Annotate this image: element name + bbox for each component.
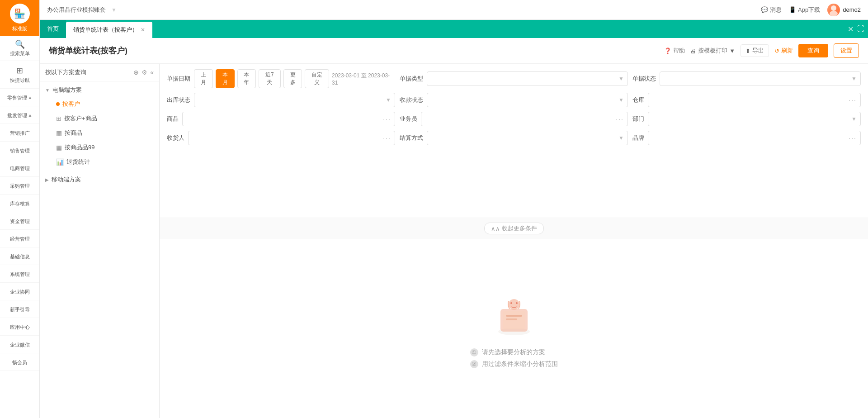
out-status-input[interactable]: ▼ — [194, 93, 395, 107]
scheme-table2-icon: ▦ — [56, 144, 62, 151]
scheme-table-icon: ▦ — [56, 129, 62, 137]
scheme-item-by-customer-label: 按客户 — [62, 100, 80, 108]
help-label: 帮助 — [673, 47, 685, 55]
date-btn-this-year[interactable]: 本年 — [237, 69, 256, 88]
dept-label: 部门 — [632, 115, 644, 123]
filter-field-product: 商品 ··· — [167, 112, 395, 126]
scheme-item-by-customer[interactable]: 按客户 — [40, 97, 159, 111]
svg-point-0 — [831, 5, 836, 11]
tabbar: 首页 销货单统计表（按客户） ✕ ✕ ⛶ — [40, 20, 868, 38]
refresh-button[interactable]: ↺ 刷新 — [774, 47, 793, 55]
quick-nav-label: 快捷导航 — [10, 77, 30, 84]
user-menu[interactable]: demo2 — [827, 4, 861, 16]
scheme-item-return-stat[interactable]: 📊 退货统计 — [40, 155, 159, 169]
wechat-label: 企业微信 — [10, 342, 30, 348]
filter-row-2: 出库状态 ▼ 收款状态 ▼ — [167, 93, 861, 107]
tip-num-2: ② — [470, 360, 478, 368]
date-btn-custom[interactable]: 自定义 — [305, 69, 329, 88]
sidebar-item-quick-nav[interactable]: ⊞ 快捷导航 — [0, 61, 39, 89]
sidebar-item-marketing[interactable]: 营销推广 — [0, 124, 39, 142]
recipient-input[interactable]: ··· — [188, 131, 395, 145]
empty-icon — [487, 289, 541, 343]
tip-num-1: ① — [470, 348, 478, 356]
message-button[interactable]: 💬 消息 — [761, 6, 782, 14]
sidebar-logo[interactable]: 🏪 标准版 — [0, 0, 39, 36]
scheme-item-by-product[interactable]: ▦ 按商品 — [40, 126, 159, 140]
avatar — [827, 4, 840, 16]
settings-button-top[interactable]: 设置 — [834, 43, 859, 58]
template-print-label: 按模板打印 — [698, 47, 727, 55]
collapse-panel-button[interactable]: « — [150, 69, 154, 76]
query-button-top[interactable]: 查询 — [798, 44, 828, 57]
desktop-group-arrow-icon: ▼ — [45, 88, 50, 93]
warehouse-input[interactable]: ··· — [648, 93, 861, 107]
tab-home[interactable]: 首页 — [40, 20, 66, 38]
sidebar-item-member[interactable]: 畅会员 — [0, 353, 39, 371]
appcenter-label: 应用中心 — [10, 324, 30, 331]
out-status-chevron-icon: ▼ — [386, 97, 391, 103]
salesman-input[interactable]: ··· — [421, 112, 628, 126]
sidebar-item-operations[interactable]: 经营管理 — [0, 230, 39, 247]
operations-label: 经营管理 — [10, 236, 30, 242]
help-button[interactable]: ❓ 帮助 — [664, 47, 685, 55]
date-btn-7days[interactable]: 近7天 — [259, 69, 280, 88]
tab-sales-stat[interactable]: 销货单统计表（按客户） ✕ — [66, 22, 152, 38]
tab-close-icon[interactable]: ✕ — [141, 27, 145, 33]
sidebar-item-inventory[interactable]: 库存核算 — [0, 195, 39, 212]
sidebar-item-sales[interactable]: 销售管理 — [0, 142, 39, 159]
filter-row-4: 收货人 ··· 结算方式 ▼ — [167, 131, 861, 145]
scheme-item-by-product-99-label: 按商品品99 — [65, 143, 94, 152]
app-download-button[interactable]: 📱 App下载 — [789, 6, 820, 14]
desktop-scheme-group-header[interactable]: ▼ 电脑端方案 — [40, 83, 159, 97]
dept-input[interactable]: ▼ — [648, 112, 861, 126]
topbar-dropdown-icon[interactable]: ▼ — [111, 7, 117, 13]
sidebar-item-system[interactable]: 系统管理 — [0, 265, 39, 283]
product-dots: ··· — [383, 115, 391, 123]
ecom-label: 电商管理 — [10, 165, 30, 172]
sidebar-item-ecom[interactable]: 电商管理 — [0, 159, 39, 177]
sidebar-item-finance[interactable]: 资金管理 — [0, 212, 39, 230]
date-btn-last-month[interactable]: 上月 — [194, 69, 213, 88]
warehouse-dots: ··· — [849, 96, 857, 104]
sidebar-item-appcenter[interactable]: 应用中心 — [0, 318, 39, 336]
scheme-item-by-customer-product[interactable]: ⊞ 按客户+商品 — [40, 111, 159, 126]
date-btn-more[interactable]: 更多 — [283, 69, 302, 88]
sidebar-item-basic[interactable]: 基础信息 — [0, 247, 39, 265]
sidebar-item-newuser[interactable]: 新手引导 — [0, 300, 39, 318]
add-scheme-button[interactable]: ⊕ — [133, 69, 139, 76]
collect-status-input[interactable]: ▼ — [427, 93, 628, 107]
export-button[interactable]: ⬆ 导出 — [741, 44, 769, 57]
system-label: 系统管理 — [10, 271, 30, 278]
sidebar-item-enterprise[interactable]: 企业协同 — [0, 283, 39, 300]
collapse-up-icon: ∧∧ — [491, 225, 500, 232]
template-print-arrow-icon: ▼ — [729, 48, 735, 54]
product-input[interactable]: ··· — [182, 112, 395, 126]
collapse-button[interactable]: ∧∧ 收起更多条件 — [484, 223, 544, 234]
template-print-button[interactable]: 🖨 按模板打印 ▼ — [690, 47, 735, 55]
filter-field-salesman: 业务员 ··· — [400, 112, 628, 126]
sidebar-item-wechat[interactable]: 企业微信 — [0, 336, 39, 353]
member-label: 畅会员 — [12, 359, 27, 366]
doc-type-label: 单据类型 — [400, 75, 423, 83]
marketing-label: 营销推广 — [10, 130, 30, 137]
refresh-icon: ↺ — [774, 48, 779, 54]
doc-status-input[interactable]: ▼ — [660, 71, 861, 86]
sidebar-search[interactable]: 🔍 搜索菜单 — [0, 36, 39, 61]
date-btn-this-month[interactable]: 本月 — [216, 69, 235, 88]
settlement-input[interactable]: ▼ — [427, 131, 628, 145]
topbar-title: 办公用品行业模拟账套 — [47, 6, 106, 14]
filter-field-collect-status: 收款状态 ▼ — [400, 93, 628, 107]
sidebar-item-retail[interactable]: 零售管理 ▲ — [0, 89, 39, 106]
brand-input[interactable]: ··· — [648, 131, 861, 145]
scheme-item-by-product-99[interactable]: ▦ 按商品品99 — [40, 140, 159, 155]
sidebar-item-purchase[interactable]: 采购管理 — [0, 177, 39, 195]
tab-close-window-icon[interactable]: ✕ — [848, 25, 854, 33]
sidebar-item-wholesale[interactable]: 批发管理 ▲ — [0, 106, 39, 124]
mobile-scheme-group: ▶ 移动端方案 — [40, 171, 159, 188]
tab-maximize-icon[interactable]: ⛶ — [857, 25, 864, 33]
desktop-scheme-group: ▼ 电脑端方案 按客户 ⊞ 按客户+商品 ▦ 按商品 — [40, 81, 159, 171]
doc-type-input[interactable]: ▼ — [427, 71, 628, 86]
refresh-label: 刷新 — [781, 47, 793, 55]
settings-scheme-button[interactable]: ⚙ — [142, 69, 147, 76]
mobile-scheme-group-header[interactable]: ▶ 移动端方案 — [40, 173, 159, 186]
